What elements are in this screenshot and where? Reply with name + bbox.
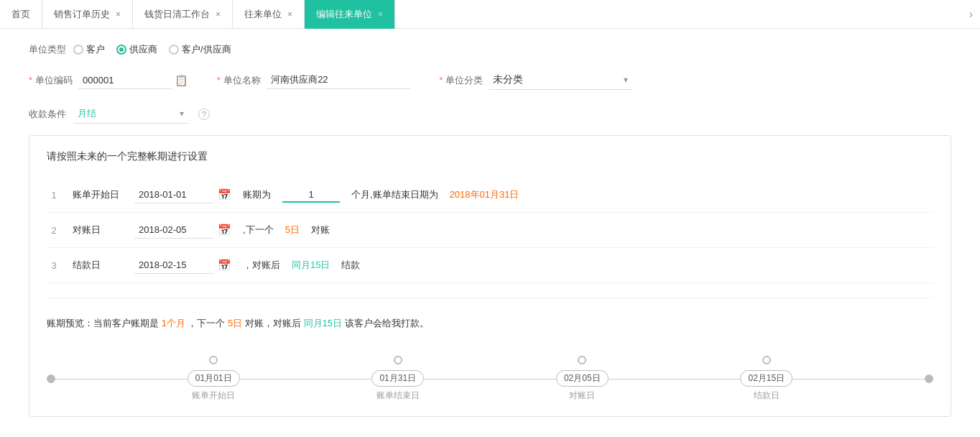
preview-suffix: 该客户会给我打款。 [345,318,429,328]
row-3-date-input[interactable] [134,257,213,274]
timeline-dot-2 [394,356,402,364]
timeline-cap-4: 结款日 [754,390,780,402]
unit-category-value: 未分类 [493,73,523,86]
unit-name-label: 单位名称 [217,74,261,87]
timeline-start-dot [47,374,55,383]
row-2-calendar-icon[interactable]: 📅 [218,224,231,236]
preview-highlight1: 1个月 [162,318,185,328]
main-content: 单位类型 客户 供应商 客户/供应商 单位编码 📋 单位 [0,29,980,437]
preview-highlight2: 5日 [228,318,242,328]
timeline-end-node [925,374,933,383]
row-1-period-prefix: 账期为 [243,188,271,201]
payment-terms-arrow: ▾ [180,109,184,119]
unit-type-row: 单位类型 客户 供应商 客户/供应商 [29,43,951,56]
row-2-field: 对账日 [73,224,123,236]
timeline-node-1: 01月01日 账单开始日 [188,356,240,402]
unit-type-label: 单位类型 [29,43,66,56]
tab-sales-close[interactable]: × [116,9,121,19]
row-2-num: 2 [47,225,61,236]
radio-customer-label: 客户 [86,43,105,56]
timeline-node-2: 01月31日 账单结束日 [371,356,424,402]
row-1-date-container: 📅 [134,186,231,203]
timeline-dot-1 [209,356,218,364]
row-2-date-input[interactable] [134,221,213,239]
row-1-date-input[interactable] [134,186,213,203]
unit-name-input[interactable] [267,72,410,89]
radio-supplier[interactable]: 供应商 [116,43,157,56]
radio-customer-circle [73,45,83,55]
tab-units-close[interactable]: × [287,9,292,19]
timeline-node-3: 02月05日 对账日 [556,356,609,402]
unit-category-label: 单位分类 [439,74,483,87]
unit-code-field: 📋 [78,72,188,89]
row-3-desc-prefix: ，对账后 [243,259,280,272]
row-3-calendar-icon[interactable]: 📅 [218,259,231,272]
tab-sales-label: 销售订单历史 [54,8,110,21]
timeline-start-node [47,374,55,383]
row-2-desc-prefix: ,下一个 [243,224,274,236]
payment-terms-label: 收款条件 [29,108,66,121]
tab-edit-units[interactable]: 编辑往来单位 × [305,0,395,29]
radio-both[interactable]: 客户/供应商 [169,43,231,56]
timeline-end-dot [925,374,933,383]
unit-category-dropdown[interactable]: 未分类 ▾ [489,70,632,90]
row-1-calendar-icon[interactable]: 📅 [218,188,231,201]
help-icon[interactable]: ? [198,109,210,120]
preview-prefix: 账期预览：当前客户账期是 [47,318,159,328]
row-3-desc-suffix: 结款 [341,259,360,272]
timeline-node-4: 02月15日 结款日 [740,356,792,402]
tab-edit-units-close[interactable]: × [378,9,383,19]
timeline-date-2: 01月31日 [371,370,424,387]
tabs-bar: 首页 销售订单历史 × 钱货日清工作台 × 往来单位 × 编辑往来单位 × › [0,0,980,29]
timeline-seg-1 [55,379,188,380]
unit-code-icon[interactable]: 📋 [175,74,188,87]
row-3-num: 3 [47,260,61,271]
tab-cash-work[interactable]: 钱货日清工作台 × [133,0,233,29]
preview-highlight3: 同月15日 [304,318,342,328]
row-1-period-end: 2018年01月31日 [450,188,519,201]
unit-code-label: 单位编码 [29,74,73,87]
row-1-field: 账单开始日 [73,188,123,201]
tab-home[interactable]: 首页 [0,0,42,29]
setting-row-1: 1 账单开始日 📅 账期为 个月,账单结束日期为 2018年01月31日 [47,178,933,213]
tab-cash-label: 钱货日清工作台 [144,8,210,21]
row-3-field: 结款日 [73,259,123,272]
unit-code-input[interactable] [78,72,172,89]
row-3-desc-highlight: 同月15日 [292,259,330,272]
row-2-desc-highlight: 5日 [285,224,300,236]
preview-middle2: 对账，对账后 [245,318,301,328]
tab-edit-units-label: 编辑往来单位 [316,8,372,21]
timeline-date-3: 02月05日 [556,370,609,387]
radio-supplier-circle [116,45,126,55]
payment-terms-dropdown[interactable]: 月结 ▾ [73,104,188,124]
radio-customer[interactable]: 客户 [73,43,105,56]
timeline-seg-3 [424,379,556,380]
tab-sales-history[interactable]: 销售订单历史 × [42,0,133,29]
preview-text: 账期预览：当前客户账期是 1个月 ，下一个 5日 对账，对账后 同月15日 该客… [47,310,933,337]
row-3-date-container: 📅 [134,257,231,274]
tab-home-label: 首页 [11,8,30,21]
radio-both-circle [169,45,179,55]
tab-cash-close[interactable]: × [216,9,221,19]
tab-units-label: 往来单位 [244,8,282,21]
payment-terms-row: 收款条件 月结 ▾ ? [29,104,951,124]
section-title: 请按照未来的一个完整帐期进行设置 [47,150,933,163]
timeline-cap-1: 账单开始日 [192,390,235,402]
payment-terms-value: 月结 [78,107,96,120]
timeline-cap-3: 对账日 [569,390,595,402]
basic-info-row: 单位编码 📋 单位名称 单位分类 未分类 ▾ [29,70,951,90]
timeline-date-4: 02月15日 [740,370,792,387]
row-1-num: 1 [47,190,61,201]
tab-units[interactable]: 往来单位 × [233,0,305,29]
tabs-arrow[interactable]: › [962,8,980,21]
unit-type-radio-group: 客户 供应商 客户/供应商 [73,43,231,56]
row-2-date-container: 📅 [134,221,231,239]
settings-section: 请按照未来的一个完整帐期进行设置 1 账单开始日 📅 账期为 个月,账单结束日期… [29,135,951,417]
timeline-section: 01月01日 账单开始日 01月31日 账单结束日 02月05日 对账日 [47,337,933,402]
timeline-date-1: 01月01日 [188,370,240,387]
radio-supplier-label: 供应商 [129,43,157,56]
row-1-period-input[interactable] [282,188,340,203]
timeline-dot-4 [762,356,771,364]
timeline-seg-2 [240,379,372,380]
setting-row-2: 2 对账日 📅 ,下一个 5日 对账 [47,213,933,248]
